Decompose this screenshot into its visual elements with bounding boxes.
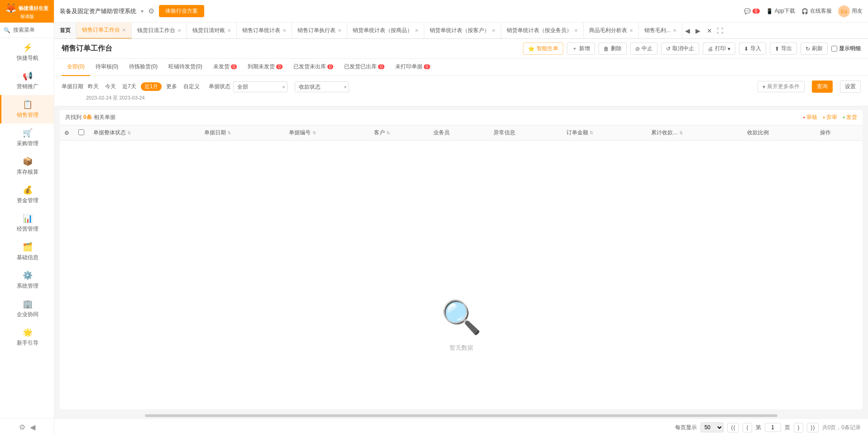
- sidebar-item-operations[interactable]: 📊 经营管理: [0, 209, 54, 237]
- tab-cash-reconcile[interactable]: 钱货日清对账 ✕: [187, 23, 237, 39]
- cancel-audit-link[interactable]: 弃审: [823, 114, 837, 121]
- th-salesperson[interactable]: 业务员: [429, 125, 489, 141]
- tab-close-gross-margin[interactable]: ✕: [629, 28, 633, 33]
- sidebar-item-enterprise[interactable]: 🏢 企业协同: [0, 294, 54, 323]
- export-button[interactable]: ⬆ 导出: [770, 43, 797, 55]
- th-number[interactable]: 单据编号 ⇅: [284, 125, 369, 141]
- date-opt-yesterday[interactable]: 昨天: [86, 82, 101, 91]
- smart-gen-button[interactable]: ⭐ 智能生单: [523, 43, 563, 55]
- sidebar-item-purchase[interactable]: 🛒 采购管理: [0, 123, 54, 152]
- cancel-stop-button[interactable]: ↺ 取消中止: [661, 43, 699, 55]
- sidebar-item-inventory[interactable]: 📦 库存核算: [0, 152, 54, 180]
- status-select[interactable]: 全部: [233, 81, 288, 92]
- tab-close-sales-stats[interactable]: ✕: [283, 28, 286, 33]
- topbar-dropdown-icon[interactable]: ▾: [141, 8, 144, 14]
- page-first-btn[interactable]: ⟨⟨: [727, 423, 739, 432]
- tab-sales-stats[interactable]: 销售订单统计表 ✕: [237, 23, 292, 39]
- sub-tab-all[interactable]: 全部(0): [62, 59, 90, 76]
- audit-link[interactable]: 审核: [803, 114, 817, 121]
- tab-sales-salesperson[interactable]: 销货单统计表（按业务员） ✕: [501, 23, 584, 39]
- tab-sales-goods[interactable]: 销货单统计表（按商品） ✕: [347, 23, 424, 39]
- th-cumulative[interactable]: 累计收款... ⇅: [647, 125, 742, 141]
- scroll-thumb[interactable]: [145, 414, 777, 417]
- sidebar-item-basic-info[interactable]: 🗂️ 基础信息: [0, 237, 54, 266]
- delete-button[interactable]: 🗑 删除: [599, 43, 627, 55]
- tabs-prev-arrow[interactable]: ◀: [682, 27, 693, 34]
- tab-cash-daily[interactable]: 钱货日清工作台 ✕: [132, 23, 187, 39]
- user-item[interactable]: Ea 用友: [838, 5, 863, 17]
- payment-select[interactable]: 收款状态: [295, 81, 349, 92]
- topbar-gear-icon[interactable]: ⚙: [148, 7, 154, 15]
- tab-sales-customer[interactable]: 销货单统计表（按客户） ✕: [424, 23, 501, 39]
- show-detail-checkbox-label[interactable]: 显示明细: [831, 45, 861, 52]
- operations-icon: 📊: [23, 213, 33, 223]
- page-last-btn[interactable]: ⟩⟩: [807, 423, 819, 432]
- tab-close-cash-daily[interactable]: ✕: [177, 28, 181, 33]
- sidebar-collapse-icon[interactable]: ◀: [30, 423, 35, 431]
- deliver-link[interactable]: 发货: [843, 114, 857, 121]
- th-status[interactable]: 单据整体状态 ⇅: [89, 125, 200, 141]
- sub-tab-pending-review[interactable]: 待审核(0): [90, 59, 124, 76]
- tabs-close-all-icon[interactable]: ✕: [705, 26, 714, 35]
- tab-close-sales-exec[interactable]: ✕: [338, 28, 341, 33]
- page-size-select[interactable]: 20 50 100: [700, 422, 724, 432]
- tab-close-sales-customer[interactable]: ✕: [492, 28, 495, 33]
- tab-close-sales-gross[interactable]: ✕: [673, 28, 676, 33]
- date-opt-more[interactable]: 更多: [164, 82, 179, 91]
- date-opt-7days[interactable]: 近7天: [120, 82, 138, 91]
- th-amount[interactable]: 订单金额 ⇅: [562, 125, 647, 141]
- print-button[interactable]: 🖨 打印 ▾: [703, 43, 735, 55]
- tabs-next-arrow[interactable]: ▶: [693, 27, 703, 34]
- settings-button[interactable]: 设置: [840, 81, 861, 93]
- sub-tab-pending-inspect[interactable]: 待拣验货(0): [124, 59, 163, 76]
- tab-home[interactable]: 首页: [54, 23, 77, 39]
- tab-sales-order[interactable]: 销售订单工作台 ✕: [77, 23, 132, 39]
- sub-tab-overdue-unshipped[interactable]: 到期未发货 0: [242, 59, 288, 76]
- tab-close-cash-reconcile[interactable]: ✕: [227, 28, 231, 33]
- tab-close-sales-order[interactable]: ✕: [122, 28, 126, 33]
- page-input[interactable]: [765, 423, 781, 432]
- message-icon-item[interactable]: 💬 6: [744, 8, 760, 14]
- refresh-button[interactable]: ↻ 刷新: [801, 43, 828, 55]
- import-button[interactable]: ⬇ 导入: [739, 43, 766, 55]
- sidebar-item-finance[interactable]: 💰 资金管理: [0, 180, 54, 209]
- solution-button[interactable]: 体验行业方案: [159, 5, 204, 17]
- sub-tab-unshipped[interactable]: 未发货 0: [208, 59, 243, 76]
- show-detail-checkbox[interactable]: [831, 46, 837, 52]
- page-prev-btn[interactable]: ⟨: [743, 423, 752, 432]
- sub-tab-wangpu-deliver[interactable]: 旺铺待发货(0): [163, 59, 208, 76]
- th-customer[interactable]: 客户 ⇅: [369, 125, 429, 141]
- tab-close-sales-goods[interactable]: ✕: [415, 28, 418, 33]
- expand-more-button[interactable]: ▾ 展开更多条件: [758, 81, 805, 92]
- sidebar-settings-icon[interactable]: ⚙: [19, 423, 25, 431]
- tab-close-sales-salesperson[interactable]: ✕: [574, 28, 578, 33]
- sidebar-item-quick-nav[interactable]: ⚡ 快捷导航: [0, 38, 54, 66]
- select-all-checkbox[interactable]: [78, 129, 84, 135]
- sidebar-item-system[interactable]: ⚙️ 系统管理: [0, 266, 54, 294]
- date-opt-today[interactable]: 今天: [103, 82, 118, 91]
- query-button[interactable]: 查询: [812, 81, 833, 93]
- tab-gross-margin[interactable]: 商品毛利分析表 ✕: [584, 23, 639, 39]
- online-service-item[interactable]: 🎧 在线客服: [801, 7, 832, 15]
- sub-tab-unprinted[interactable]: 未打印单据 0: [390, 59, 436, 76]
- sidebar-item-sales[interactable]: 📋 销售管理: [0, 95, 54, 123]
- th-date[interactable]: 单据日期 ⇅: [200, 125, 285, 141]
- sub-tab-shipped-outstocked[interactable]: 已发货已出库 0: [339, 59, 390, 76]
- add-button[interactable]: ＋ 新增: [567, 43, 595, 55]
- th-settings[interactable]: ⚙: [60, 125, 74, 141]
- date-opt-custom[interactable]: 自定义: [182, 82, 201, 91]
- sidebar-item-marketing[interactable]: 📢 营销推广: [0, 66, 54, 95]
- scroll-bar[interactable]: [54, 413, 868, 418]
- app-download-item[interactable]: 📱 App下载: [766, 7, 795, 15]
- date-opt-1month[interactable]: 近1月: [141, 82, 162, 91]
- tabs-fullscreen-icon[interactable]: ⛶: [715, 26, 725, 35]
- sidebar-search[interactable]: 🔍 搜索菜单: [0, 23, 54, 38]
- page-next-btn[interactable]: ⟩: [794, 423, 803, 432]
- sub-tab-shipped-not-outstocked[interactable]: 已发货未出库 0: [288, 59, 339, 76]
- table-scroll-container[interactable]: ⚙ 单据整体状态 ⇅ 单据日期 ⇅ 单据编号: [60, 125, 863, 240]
- th-checkbox[interactable]: [74, 125, 89, 141]
- tab-sales-gross[interactable]: 销售毛利... ✕: [639, 23, 682, 39]
- sidebar-item-new-guide[interactable]: 🌟 新手引导: [0, 323, 54, 351]
- tab-sales-exec[interactable]: 销售订单执行表 ✕: [292, 23, 347, 39]
- stop-button[interactable]: ⊘ 中止: [630, 43, 657, 55]
